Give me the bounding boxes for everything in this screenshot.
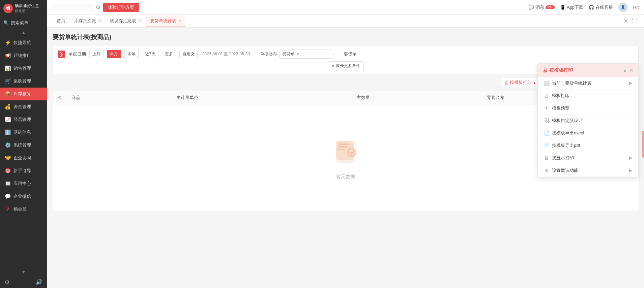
- tabbar-expand-btn[interactable]: ⛶: [631, 18, 639, 24]
- message-label: 消息: [535, 4, 544, 10]
- dropdown-header: 🖨 按模板打印 ▲ ✕: [538, 64, 638, 77]
- user-avatar-placeholder: 👤: [621, 5, 625, 9]
- dropdown-item-zidingyi-left: 🖼 模板自定义设计: [544, 118, 583, 124]
- tabbar: 首页 库存批次账 ✕ 收发存汇总表 ✕ 要货单统计表 ✕ ✕ ⛶: [47, 15, 644, 28]
- dropdown-set-default-label: 设置默认功能: [552, 167, 578, 173]
- sidebar-item-huiyuan[interactable]: V 畅会员: [0, 203, 47, 216]
- date-btn-zi_ding_yi[interactable]: 自定义: [179, 50, 198, 58]
- dropdown-display-print[interactable]: 🖥 按显示打印 ▶: [538, 152, 638, 164]
- sidebar-item-weixin[interactable]: 💬 企业微信: [0, 190, 47, 203]
- dropdown-excel-label: 按模板导出excel: [552, 130, 584, 136]
- scroll-down-btn[interactable]: ▼: [0, 268, 47, 276]
- nav-icon-yingyong: 🔲: [5, 181, 11, 187]
- tabbar-close-btn[interactable]: ✕: [622, 18, 630, 25]
- col-shangpin: 商品: [67, 91, 172, 104]
- settings-bottom-icon[interactable]: ⚙: [5, 279, 9, 285]
- filter-collapse-btn[interactable]: ❯: [58, 51, 65, 58]
- sidebar-logo: 畅 畅康通好生意 标准版: [0, 0, 47, 17]
- search-menu-item[interactable]: 🔍 搜索菜单: [0, 17, 47, 29]
- print-template-btn[interactable]: 🖨 按模板打印 ▲: [501, 78, 539, 87]
- speaker-bottom-icon[interactable]: 🔊: [36, 279, 42, 285]
- dropdown-current-item[interactable]: ⬜ 当前：要货单统计表 ▶: [538, 77, 638, 90]
- sidebar-item-kucun[interactable]: 📦 库存核算: [0, 88, 47, 100]
- logo-text: 畅康通好生意 标准版: [15, 3, 39, 13]
- sidebar-nav: ⚡ 快捷导航 📢 营销推广 📊 销售管理 🛒 采购管理 📦 库存核算 💰 资金管…: [0, 36, 47, 268]
- tab-yaohuo-tongji-close[interactable]: ✕: [178, 19, 181, 23]
- tab-yaohuo-tongji-label: 要货单统计表: [150, 18, 176, 24]
- sidebar-item-yingxiao[interactable]: 📢 营销推广: [0, 49, 47, 62]
- sidebar-item-xinshou[interactable]: 🎯 新手引导: [0, 164, 47, 177]
- scroll-up-btn[interactable]: ▲: [0, 29, 47, 36]
- dropdown-item-pdf[interactable]: 📄 按模板导出pdf: [538, 139, 638, 152]
- app-icon: 📱: [560, 5, 565, 10]
- tab-kucun-pizhu-label: 库存批次账: [74, 18, 96, 24]
- date-btn-jin7[interactable]: 近7天: [142, 50, 158, 58]
- tab-home[interactable]: 首页: [53, 15, 69, 27]
- col-jisuandan: 主计量单位: [172, 91, 352, 104]
- message-item[interactable]: 💬 消息 99+: [529, 4, 555, 10]
- date-btn-geng_duo[interactable]: 更多: [162, 50, 176, 58]
- sidebar-item-zijin[interactable]: 💰 资金管理: [0, 100, 47, 113]
- date-btn-shang_yue[interactable]: 上月: [89, 50, 104, 58]
- order-type-label: 单据类型: [260, 51, 277, 57]
- user-name[interactable]: Rit: [633, 5, 639, 10]
- headphone-icon: 🎧: [589, 5, 594, 10]
- nav-icon-xitong: ⚙️: [5, 142, 11, 148]
- dropdown-chevron-icon[interactable]: ▲: [622, 68, 627, 73]
- dropdown-header-right: ▲ ✕: [622, 67, 634, 73]
- topbar-search-input[interactable]: [53, 4, 93, 11]
- table-gear-icon[interactable]: ⚙: [58, 95, 62, 100]
- right-scrollbar[interactable]: [642, 131, 644, 158]
- date-btn-ben_nian[interactable]: 本年: [124, 50, 139, 58]
- nav-label-xiaoshou: 销售管理: [13, 65, 31, 71]
- date-filter-label: 单据日期: [68, 51, 86, 57]
- sidebar-item-kuaijie[interactable]: ⚡ 快捷导航: [0, 36, 47, 49]
- print-dropdown-panel: 🖨 按模板打印 ▲ ✕ ⬜ 当前：要货单统计表 ▶ 🖨: [537, 63, 639, 177]
- dropdown-display-print-label: 按显示打印: [552, 155, 574, 161]
- dropdown-muban-dayin-label: 模板打印: [552, 93, 569, 99]
- dropdown-item-zidingyi[interactable]: 🖼 模板自定义设计: [538, 115, 638, 127]
- sidebar-item-xiaoshou[interactable]: 📊 销售管理: [0, 62, 47, 75]
- dropdown-set-default[interactable]: ⚙ 设置默认功能 ▶: [538, 164, 638, 177]
- expand-chevron-icon: ∨: [331, 64, 334, 68]
- sidebar-item-jingying[interactable]: 📈 经营管理: [0, 113, 47, 126]
- dropdown-item-muban-dayin[interactable]: 🖨 模板打印: [538, 90, 638, 102]
- tab-kucun-pizhu-close[interactable]: ✕: [98, 19, 101, 23]
- online-service-item[interactable]: 🎧 在线客服: [589, 4, 613, 10]
- tab-shoufa-huizong-label: 收发存汇总表: [110, 18, 136, 24]
- sidebar-item-caigou[interactable]: 🛒 采购管理: [0, 75, 47, 88]
- dropdown-close-icon[interactable]: ✕: [629, 67, 634, 73]
- dropdown-item-muban-yulan[interactable]: 👁 模板预览: [538, 102, 638, 115]
- dropdown-item-excel-left: 📄 按模板导出excel: [544, 130, 584, 136]
- user-avatar[interactable]: 👤: [618, 3, 628, 12]
- tab-shoufa-huizong-close[interactable]: ✕: [138, 19, 141, 23]
- message-icon: 💬: [529, 5, 534, 10]
- sidebar-item-xitong[interactable]: ⚙️ 系统管理: [0, 139, 47, 152]
- sidebar-item-jichu[interactable]: ℹ️ 基础信息: [0, 126, 47, 139]
- nav-label-kuaijie: 快捷导航: [13, 40, 31, 46]
- expand-more-btn[interactable]: ∨ 展开更多条件: [328, 61, 364, 70]
- sidebar-item-qiye[interactable]: 🤝 企业协同: [0, 152, 47, 164]
- tab-home-label: 首页: [57, 18, 65, 24]
- app-download-item[interactable]: 📱 App下载: [560, 4, 583, 10]
- dropdown-zidingyi-label: 模板自定义设计: [552, 118, 583, 124]
- printer-icon: 🖨: [504, 80, 508, 85]
- nav-icon-caigou: 🛒: [5, 78, 11, 84]
- sidebar-item-yingyong[interactable]: 🔲 应用中心: [0, 177, 47, 190]
- nav-icon-weixin: 💬: [5, 193, 11, 199]
- tab-yaohuo-tongji[interactable]: 要货单统计表 ✕: [146, 15, 185, 27]
- dropdown-item-excel[interactable]: 📄 按模板导出excel: [538, 127, 638, 139]
- dropdown-set-default-left: ⚙ 设置默认功能: [544, 167, 578, 173]
- dropdown-display-print-icon: 🖥: [544, 155, 549, 161]
- dropdown-display-print-left: 🖥 按显示打印: [544, 155, 574, 161]
- tab-kucun-pizhu[interactable]: 库存批次账 ✕: [70, 15, 105, 27]
- date-btn-ben_yue[interactable]: 本月: [107, 50, 121, 58]
- tab-shoufa-huizong[interactable]: 收发存汇总表 ✕: [106, 15, 145, 27]
- app-version: 标准版: [15, 9, 39, 13]
- sidebar: 畅 畅康通好生意 标准版 🔍 搜索菜单 ▲ ⚡ 快捷导航 📢 营销推广 📊 销售…: [0, 0, 47, 288]
- industry-solution-button[interactable]: 体验行业方案: [103, 3, 139, 12]
- order-type-select[interactable]: 要货单 ▼: [280, 50, 333, 59]
- topbar-gear-icon[interactable]: ⚙: [96, 4, 100, 10]
- nav-label-yingyong: 应用中心: [13, 181, 31, 187]
- filter-row-1: ❯ 单据日期 上月 本月 本年 近7天 更多 自定义 2023-06-01 至 …: [58, 50, 634, 59]
